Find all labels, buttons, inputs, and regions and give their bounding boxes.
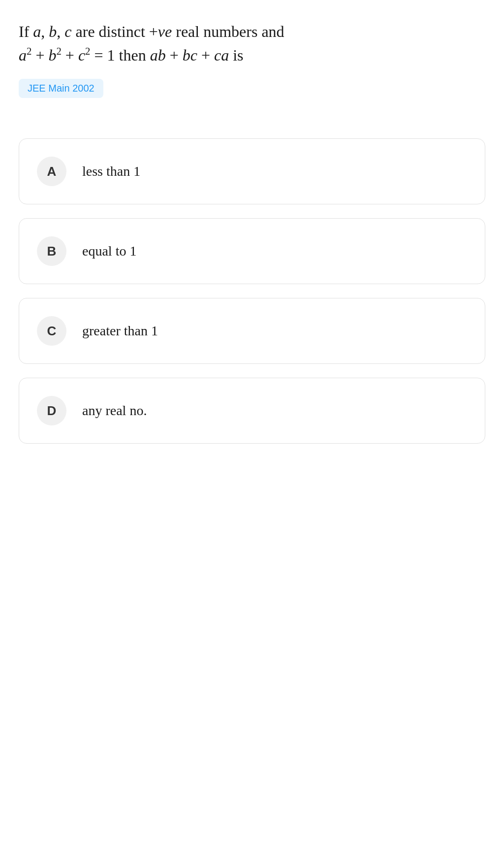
option-text-c: greater than 1 xyxy=(82,323,158,339)
option-text-b: equal to 1 xyxy=(82,243,136,259)
question-text: If a, b, c are distinct +ve real numbers… xyxy=(19,20,485,67)
option-label-c: C xyxy=(37,316,66,346)
option-text-d: any real no. xyxy=(82,403,147,419)
option-card-a[interactable]: A less than 1 xyxy=(19,138,485,204)
options-container: A less than 1 B equal to 1 C greater tha… xyxy=(19,138,485,444)
option-text-a: less than 1 xyxy=(82,163,140,179)
option-card-b[interactable]: B equal to 1 xyxy=(19,218,485,284)
option-label-b: B xyxy=(37,236,66,266)
option-label-d: D xyxy=(37,396,66,425)
tag-badge: JEE Main 2002 xyxy=(19,79,103,98)
option-card-d[interactable]: D any real no. xyxy=(19,378,485,444)
option-label-a: A xyxy=(37,157,66,186)
question-line1: If a, b, c are distinct +ve real numbers… xyxy=(19,20,485,43)
option-card-c[interactable]: C greater than 1 xyxy=(19,298,485,364)
question-line2: a2 + b2 + c2 = 1 then ab + bc + ca is xyxy=(19,43,485,67)
question-container: If a, b, c are distinct +ve real numbers… xyxy=(19,20,485,123)
